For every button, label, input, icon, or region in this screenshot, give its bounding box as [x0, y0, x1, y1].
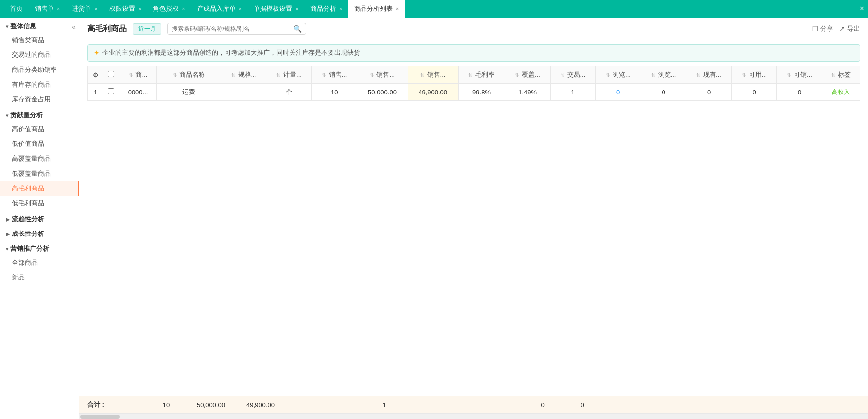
- col-覆盖[interactable]: ⇅ 覆盖...: [505, 66, 551, 84]
- tab-首页[interactable]: 首页: [4, 0, 29, 18]
- chevron-down-icon: ▾: [6, 24, 8, 29]
- footer-col15: 0: [562, 401, 602, 409]
- tab-单据模板设置[interactable]: 单据模板设置 ×: [248, 0, 304, 18]
- col-商品名称[interactable]: ⇅ 商品名称: [157, 66, 221, 84]
- col-销售1[interactable]: ⇅ 销售...: [311, 66, 357, 84]
- footer-cells: 10 50,000.00 49,900.00 1 0 0: [147, 401, 860, 409]
- sidebar-item-低价值商品[interactable]: 低价值商品: [0, 137, 79, 151]
- footer-col5: 10: [147, 401, 186, 409]
- sidebar-group-贡献量分析[interactable]: ▾ 贡献量分析: [0, 107, 79, 122]
- table-row: 1 0000... 运费 个 10 50,000.00 49,900.00 99…: [88, 84, 860, 101]
- sidebar-item-高价值商品[interactable]: 高价值商品: [0, 122, 79, 137]
- sidebar-item-有库存的商品[interactable]: 有库存的商品: [0, 77, 79, 92]
- col-浏览1[interactable]: ⇅ 浏览...: [596, 66, 641, 84]
- sort-icon7: ⇅: [420, 72, 424, 78]
- close-tab-权限设置[interactable]: ×: [138, 6, 141, 12]
- close-all-tabs-button[interactable]: ×: [860, 4, 864, 13]
- share-icon: ❐: [812, 25, 818, 33]
- high-income-tag: 高收入: [832, 89, 850, 95]
- col-销售3[interactable]: ⇅ 销售...: [408, 66, 458, 84]
- header-actions: ❐ 分享 ↗ 导出: [812, 24, 860, 33]
- close-tab-角色授权[interactable]: ×: [182, 6, 185, 12]
- row-coverage: 1.49%: [505, 84, 551, 101]
- sidebar-item-交易过的商品[interactable]: 交易过的商品: [0, 47, 79, 62]
- col-计量[interactable]: ⇅ 计量...: [266, 66, 312, 84]
- tab-权限设置[interactable]: 权限设置 ×: [103, 0, 147, 18]
- row-spec: [221, 84, 266, 101]
- col-现有[interactable]: ⇅ 现有...: [686, 66, 732, 84]
- footer-col10: 1: [364, 401, 404, 409]
- export-button[interactable]: ↗ 导出: [839, 24, 860, 33]
- settings-icon[interactable]: ⚙: [93, 71, 99, 79]
- col-毛利率[interactable]: ⇅ 毛利率: [458, 66, 505, 84]
- sidebar-item-高毛利商品[interactable]: 高毛利商品: [0, 181, 79, 196]
- sidebar-group-营销推广分析[interactable]: ▾ 营销推广分析: [0, 240, 79, 255]
- footer-col14: 0: [523, 401, 562, 409]
- sidebar-item-低毛利商品[interactable]: 低毛利商品: [0, 196, 79, 211]
- row-checkbox[interactable]: [103, 84, 119, 101]
- col-规格[interactable]: ⇅ 规格...: [221, 66, 266, 84]
- search-icon[interactable]: 🔍: [293, 25, 302, 33]
- row-sales1: 10: [311, 84, 357, 101]
- table-wrapper: ⚙ ⇅ 商... ⇅ 商品名称: [79, 66, 868, 396]
- tab-商品分析[interactable]: 商品分析 ×: [305, 0, 348, 18]
- tab-角色授权[interactable]: 角色授权 ×: [147, 0, 191, 18]
- tab-产成品入库单[interactable]: 产成品入库单 ×: [191, 0, 248, 18]
- sort-icon14: ⇅: [742, 72, 746, 78]
- info-banner: ✦ 企业的主要的利润都是这部分商品创造的，可考虑加大推广，同时关注库存是不要出现…: [87, 44, 860, 62]
- chevron-right-icon2: ▶: [6, 232, 10, 237]
- tab-进货单[interactable]: 进货单 ×: [66, 0, 103, 18]
- sidebar-group-整体信息[interactable]: ▾ 整体信息: [0, 18, 79, 33]
- close-tab-单据模板设置[interactable]: ×: [295, 6, 298, 12]
- tab-商品分析列表[interactable]: 商品分析列表 ×: [348, 0, 405, 18]
- horizontal-scrollbar[interactable]: [79, 413, 868, 419]
- sidebar-group-流趋性分析[interactable]: ▶ 流趋性分析: [0, 211, 79, 226]
- row-unit: 个: [266, 84, 312, 101]
- footer-col6: 50,000.00: [186, 401, 236, 409]
- close-tab-商品分析[interactable]: ×: [339, 6, 342, 12]
- row-sales3: 49,900.00: [408, 84, 458, 101]
- row-sales2: 50,000.00: [357, 84, 408, 101]
- sort-icon4: ⇅: [276, 72, 280, 78]
- col-浏览2[interactable]: ⇅ 浏览...: [641, 66, 686, 84]
- sort-icon8: ⇅: [468, 72, 472, 78]
- select-all-checkbox[interactable]: [108, 71, 114, 77]
- col-可销[interactable]: ⇅ 可销...: [777, 66, 822, 84]
- col-可用[interactable]: ⇅ 可用...: [731, 66, 777, 84]
- tab-销售单[interactable]: 销售单 ×: [29, 0, 66, 18]
- share-button[interactable]: ❐ 分享: [812, 24, 833, 33]
- sidebar-item-新品[interactable]: 新品: [0, 270, 79, 285]
- col-checkbox[interactable]: [103, 66, 119, 84]
- col-settings[interactable]: ⚙: [88, 66, 103, 84]
- sidebar-item-低覆盖量商品[interactable]: 低覆盖量商品: [0, 166, 79, 181]
- close-tab-销售单[interactable]: ×: [57, 6, 60, 12]
- sidebar-item-库存资金占用[interactable]: 库存资金占用: [0, 92, 79, 107]
- sidebar-item-高覆盖量商品[interactable]: 高覆盖量商品: [0, 151, 79, 166]
- col-标签[interactable]: ⇅ 标签: [822, 66, 860, 84]
- sidebar-collapse-button[interactable]: «: [69, 22, 79, 32]
- sidebar-item-商品分类助销率[interactable]: 商品分类助销率: [0, 62, 79, 77]
- row-select-checkbox[interactable]: [108, 88, 114, 94]
- search-box[interactable]: 🔍: [167, 23, 306, 35]
- filter-近一月-button[interactable]: 近一月: [133, 23, 161, 35]
- sort-icon: ⇅: [129, 72, 133, 78]
- col-交易[interactable]: ⇅ 交易...: [550, 66, 596, 84]
- tip-icon: ✦: [94, 49, 100, 57]
- row-name[interactable]: 运费: [157, 84, 221, 101]
- sidebar-group-成长性分析[interactable]: ▶ 成长性分析: [0, 226, 79, 240]
- scrollbar-thumb[interactable]: [80, 415, 120, 419]
- table-header-row: ⚙ ⇅ 商... ⇅ 商品名称: [88, 66, 860, 84]
- chevron-right-icon: ▶: [6, 217, 10, 222]
- col-商品编码[interactable]: ⇅ 商...: [119, 66, 157, 84]
- close-tab-进货单[interactable]: ×: [94, 6, 97, 12]
- close-tab-商品分析列表[interactable]: ×: [396, 6, 399, 12]
- sidebar-item-销售类商品[interactable]: 销售类商品: [0, 33, 79, 47]
- sort-icon2: ⇅: [173, 72, 177, 78]
- close-tab-产成品入库单[interactable]: ×: [239, 6, 242, 12]
- col-销售2[interactable]: ⇅ 销售...: [357, 66, 408, 84]
- footer-col7: 49,900.00: [236, 401, 285, 409]
- sidebar-item-全部商品[interactable]: 全部商品: [0, 255, 79, 270]
- row-views1[interactable]: 0: [596, 84, 641, 101]
- row-num: 1: [88, 84, 103, 101]
- search-input[interactable]: [172, 25, 290, 32]
